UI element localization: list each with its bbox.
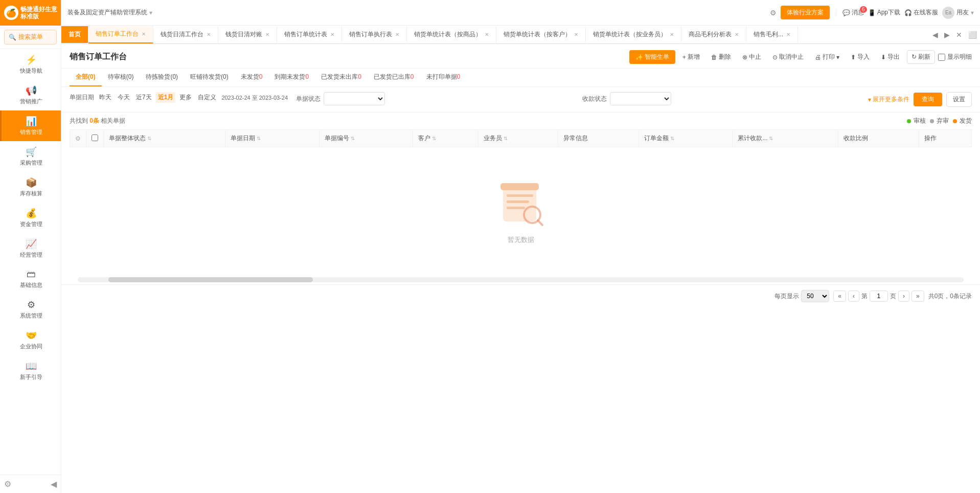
horizontal-scroll-thumb[interactable] — [108, 277, 313, 282]
basic-info-icon: 🗃 — [27, 269, 36, 280]
sub-tab-overdue-unshipped[interactable]: 到期未发货0 — [268, 69, 315, 86]
table-actions: 审核 弃审 发货 — [907, 117, 972, 125]
sub-tab-not-printed[interactable]: 未打印单据0 — [420, 69, 467, 86]
tab-cash-clear[interactable]: 钱货日清工作台 ✕ — [153, 26, 218, 43]
sort-customer[interactable]: 客户 ⇅ — [418, 134, 473, 143]
tab-sales-exec[interactable]: 销售订单执行表 ✕ — [342, 26, 407, 43]
tab-next-button[interactable]: ▶ — [941, 29, 953, 41]
tab-close-icon[interactable]: ✕ — [395, 32, 399, 37]
tab-close-icon[interactable]: ✕ — [670, 32, 674, 37]
filter-last7-btn[interactable]: 近7天 — [134, 92, 154, 103]
review-action-button[interactable]: 审核 — [907, 117, 926, 125]
sort-salesperson[interactable]: 业务员 ⇅ — [484, 134, 553, 143]
tab-sales-stat[interactable]: 销售订单统计表 ✕ — [277, 26, 342, 43]
tab-close-all-button[interactable]: ✕ — [953, 29, 965, 41]
search-menu-button[interactable]: 🔍 搜索菜单 — [4, 30, 57, 44]
ship-action-button[interactable]: 发货 — [953, 117, 972, 125]
sidebar-item-inventory[interactable]: 📦 库存核算 — [0, 172, 61, 203]
filter-date-range: 2023-02-24 至 2023-03-24 — [221, 94, 288, 102]
sub-tab-shipped-not-out[interactable]: 已发货未出库0 — [315, 69, 368, 86]
sidebar-item-enterprise[interactable]: 🤝 企业协同 — [0, 325, 61, 355]
sort-status[interactable]: 单据整体状态 ⇅ — [109, 134, 220, 143]
tab-close-icon[interactable]: ✕ — [485, 32, 489, 37]
delete-button[interactable]: 🗑 删除 — [707, 51, 735, 63]
tab-close-icon[interactable]: ✕ — [735, 32, 739, 37]
sidebar-settings-button[interactable]: ⚙ — [4, 479, 11, 489]
sort-amount[interactable]: 订单金额 ⇅ — [644, 134, 727, 143]
filter-collection-select[interactable] — [610, 92, 671, 105]
sub-tab-wangpu-pending[interactable]: 旺铺待发货(0) — [184, 69, 235, 86]
sidebar-item-purchase[interactable]: 🛒 采购管理 — [0, 141, 61, 172]
sidebar-item-marketing[interactable]: 📢 营销推广 — [0, 80, 61, 110]
tab-home[interactable]: 首页 — [61, 26, 88, 43]
smart-create-button[interactable]: ✨ 智能生单 — [629, 50, 675, 64]
query-button[interactable]: 查询 — [914, 93, 942, 106]
sub-tab-all[interactable]: 全部(0) — [70, 69, 102, 86]
tab-sales-by-staff[interactable]: 销货单统计表（按业务员） ✕ — [586, 26, 681, 43]
last-page-button[interactable]: » — [911, 290, 924, 302]
tab-close-icon[interactable]: ✕ — [265, 32, 269, 37]
sort-date[interactable]: 单据日期 ⇅ — [231, 134, 313, 143]
tab-maximize-button[interactable]: ⬜ — [965, 29, 980, 41]
sidebar-item-quick-nav[interactable]: ⚡ 快捷导航 — [0, 49, 61, 80]
add-button[interactable]: + 新增 — [678, 51, 704, 63]
tab-sales-more[interactable]: 销售毛利... ✕ — [746, 26, 798, 43]
tab-gross-profit[interactable]: 商品毛利分析表 ✕ — [681, 26, 746, 43]
sidebar-item-system[interactable]: ⚙ 系统管理 — [0, 294, 61, 325]
sort-cumulative[interactable]: 累计收款... ⇅ — [738, 134, 832, 143]
app-download-button[interactable]: 📱 App下载 — [868, 8, 900, 17]
prev-page-button[interactable]: ‹ — [848, 290, 859, 302]
filter-today-btn[interactable]: 今天 — [116, 92, 132, 103]
filter-status-select[interactable] — [324, 92, 385, 105]
tab-close-icon[interactable]: ✕ — [142, 31, 146, 37]
tab-sales-by-customer[interactable]: 销货单统计表（按客户） ✕ — [496, 26, 586, 43]
sidebar-collapse-button[interactable]: ◀ — [51, 479, 57, 489]
filter-custom-btn[interactable]: 自定义 — [196, 92, 218, 103]
sidebar-item-sales[interactable]: 📊 销售管理 — [0, 110, 61, 141]
show-detail-checkbox[interactable] — [938, 54, 945, 61]
tab-close-icon[interactable]: ✕ — [574, 32, 578, 37]
col-salesperson-label: 业务员 — [484, 134, 502, 143]
cancel-suspend-button[interactable]: ⊙ 取消中止 — [768, 51, 808, 63]
online-service-button[interactable]: 🎧 在线客服 — [904, 8, 938, 17]
sub-tab-pending-review[interactable]: 待审核(0) — [102, 69, 140, 86]
show-detail-toggle[interactable]: 显示明细 — [938, 53, 972, 61]
refresh-button[interactable]: ↻ 刷新 — [907, 50, 935, 64]
filter-last1m-btn[interactable]: 近1月 — [156, 92, 176, 103]
table-settings-col[interactable]: ⚙ — [70, 130, 86, 147]
filter-settings-button[interactable]: 设置 — [946, 92, 972, 107]
tab-sales-workbench[interactable]: 销售订单工作台 ✕ — [88, 26, 153, 43]
import-button[interactable]: ⬆ 导入 — [847, 51, 874, 63]
tab-prev-button[interactable]: ◀ — [929, 29, 941, 41]
tab-sales-by-product[interactable]: 销货单统计表（按商品） ✕ — [407, 26, 496, 43]
sidebar-item-finance[interactable]: 💰 资金管理 — [0, 203, 61, 233]
export-button[interactable]: ⬇ 导出 — [877, 51, 904, 63]
tab-close-icon[interactable]: ✕ — [330, 32, 334, 37]
sidebar-item-operation[interactable]: 📈 经营管理 — [0, 233, 61, 264]
page-size-select[interactable]: 10 20 50 100 — [801, 290, 829, 302]
print-button[interactable]: 🖨 打印 ▾ — [811, 51, 844, 63]
sidebar-item-basic-info[interactable]: 🗃 基础信息 — [0, 264, 61, 294]
sidebar-item-guide[interactable]: 📖 新手引导 — [0, 355, 61, 386]
industry-solution-button[interactable]: 体验行业方案 — [781, 6, 830, 19]
tab-close-icon[interactable]: ✕ — [786, 32, 790, 37]
horizontal-scroll-track[interactable] — [78, 277, 964, 282]
page-number-input[interactable] — [870, 290, 888, 302]
first-page-button[interactable]: « — [833, 290, 846, 302]
sub-tab-pending-inspection[interactable]: 待拣验货(0) — [140, 69, 184, 86]
next-page-button[interactable]: › — [898, 290, 909, 302]
filter-yesterday-btn[interactable]: 昨天 — [97, 92, 113, 103]
tab-close-icon[interactable]: ✕ — [207, 32, 211, 37]
sort-number[interactable]: 单据编号 ⇅ — [325, 134, 407, 143]
cancel-review-action-button[interactable]: 弃审 — [930, 117, 949, 125]
suspend-button[interactable]: ⊗ 中止 — [738, 51, 765, 63]
settings-button[interactable]: ⚙ — [770, 9, 777, 17]
sub-tab-badge: 0 — [457, 73, 461, 80]
select-all-checkbox[interactable] — [92, 135, 98, 141]
tab-cash-reconcile[interactable]: 钱货日清对账 ✕ — [218, 26, 277, 43]
delete-label: 删除 — [719, 53, 731, 61]
sub-tab-shipped-out[interactable]: 已发货已出库0 — [368, 69, 420, 86]
filter-more-btn[interactable]: 更多 — [177, 92, 194, 103]
filter-expand-btn[interactable]: ▾ 展开更多条件 — [868, 95, 909, 104]
sub-tab-not-shipped[interactable]: 未发货0 — [235, 69, 269, 86]
